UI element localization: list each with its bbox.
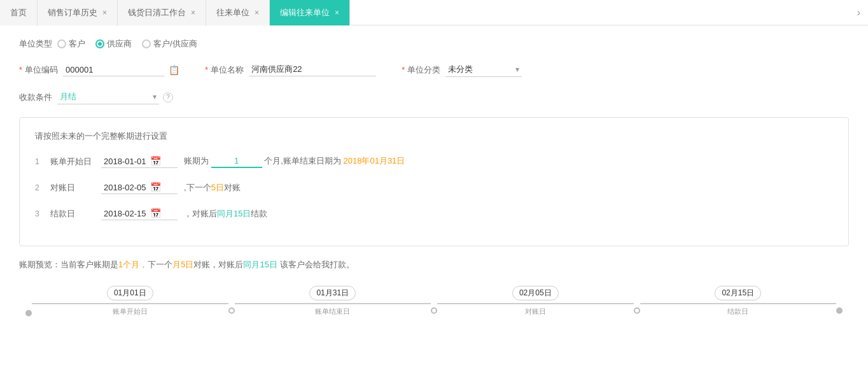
- unit-code-required: *: [19, 65, 22, 74]
- payment-terms-value: 月结: [60, 91, 150, 102]
- tab-home[interactable]: 首页: [0, 0, 38, 25]
- period-settings-panel: 请按照未来的一个完整帐期进行设置 1 账单开始日 2018-01-01 📅 账期…: [19, 117, 849, 246]
- close-sales-history[interactable]: ×: [102, 8, 107, 17]
- timeline-badge-1: 01月01日: [107, 286, 153, 300]
- radio-circle-supplier: [95, 39, 104, 48]
- timeline-label-4: 结款日: [727, 307, 748, 316]
- unit-code-label: 单位编码: [25, 64, 58, 76]
- unit-category-select[interactable]: 未分类 ▾: [445, 62, 522, 77]
- category-dropdown-icon: ▾: [515, 65, 519, 74]
- unit-category-label: 单位分类: [407, 64, 440, 76]
- close-edit-partner[interactable]: ×: [335, 8, 339, 17]
- period-note-3: ，对账后同月15日结款: [184, 208, 267, 220]
- period-note-1: 账期为 个月,账单结束日期为 2018年01月31日: [184, 155, 405, 168]
- payment-terms-select[interactable]: 月结 ▾: [57, 90, 159, 104]
- timeline-label-1: 账单开始日: [113, 307, 148, 316]
- timeline-start-dot: [25, 310, 32, 316]
- tab-bar: 首页 销售订单历史 × 钱货日清工作台 × 往来单位 × 编辑往来单位 × ›: [0, 0, 868, 25]
- tab-expand-icon[interactable]: ›: [850, 7, 868, 18]
- tab-edit-partner[interactable]: 编辑往来单位 ×: [270, 0, 350, 25]
- unit-name-field: * 单位名称: [205, 64, 376, 76]
- unit-type-field: 单位类型 客户 供应商 客户/供应商: [19, 38, 197, 50]
- unit-category-value: 未分类: [448, 64, 513, 75]
- close-partner-units[interactable]: ×: [255, 8, 259, 17]
- timeline-container: 01月01日 账单开始日 01月31日 账单结束日: [19, 286, 849, 316]
- payment-terms-help-icon[interactable]: ?: [163, 92, 173, 102]
- period-label-1: 账单开始日: [50, 156, 101, 167]
- timeline-badge-2: 01月31日: [309, 286, 356, 300]
- period-num-2: 2: [35, 183, 50, 192]
- period-date-2: 2018-02-05 📅: [101, 181, 178, 194]
- unit-code-field: * 单位编码 📋: [19, 64, 179, 76]
- unit-details-row: * 单位编码 📋 * 单位名称 * 单位分类 未分类 ▾: [19, 62, 849, 77]
- period-num-1: 1: [35, 157, 50, 166]
- radio-circle-customer: [57, 39, 66, 48]
- tab-partner-units[interactable]: 往来单位 ×: [206, 0, 270, 25]
- radio-label-both: 客户/供应商: [153, 38, 197, 50]
- payment-terms-label: 收款条件: [19, 92, 52, 103]
- tab-cashier-workbench[interactable]: 钱货日清工作台 ×: [118, 0, 206, 25]
- radio-circle-both: [142, 39, 151, 48]
- period-label-2: 对账日: [50, 182, 101, 194]
- unit-name-label: 单位名称: [211, 64, 244, 76]
- period-date-1: 2018-01-01 📅: [101, 155, 178, 168]
- period-date-val-2: 2018-02-05: [104, 183, 146, 192]
- month-input[interactable]: [211, 155, 262, 168]
- period-row-3: 3 结款日 2018-02-15 📅 ，对账后同月15日结款: [35, 207, 833, 220]
- unit-name-required: *: [205, 65, 208, 74]
- payment-terms-field: 收款条件 月结 ▾ ?: [19, 90, 173, 104]
- tab-sales-history[interactable]: 销售订单历史 ×: [38, 0, 118, 25]
- timeline-node-2: [431, 307, 437, 314]
- period-row-1: 1 账单开始日 2018-01-01 📅 账期为 个月,账单结束日期为 2018…: [35, 155, 833, 168]
- unit-name-input[interactable]: [249, 64, 376, 76]
- account-preview: 账期预览：当前客户账期是1个月，下一个月5日对账，对账后同月15日 该客户会给我…: [19, 259, 849, 271]
- timeline-node-3: [634, 307, 640, 314]
- period-label-3: 结款日: [50, 208, 101, 220]
- radio-label-customer: 客户: [69, 38, 85, 50]
- period-row-2: 2 对账日 2018-02-05 📅 ,下一个5日对账: [35, 181, 833, 194]
- unit-category-required: *: [402, 65, 405, 74]
- period-date-val-3: 2018-02-15: [104, 209, 146, 218]
- period-note-2: ,下一个5日对账: [184, 182, 241, 194]
- radio-supplier[interactable]: 供应商: [95, 38, 132, 50]
- period-num-3: 3: [35, 209, 50, 218]
- unit-type-row: 单位类型 客户 供应商 客户/供应商: [19, 38, 849, 50]
- unit-code-copy-icon[interactable]: 📋: [169, 65, 179, 75]
- timeline-badge-3: 02月05日: [512, 286, 559, 300]
- unit-code-input[interactable]: [63, 64, 165, 76]
- unit-category-field: * 单位分类 未分类 ▾: [402, 62, 522, 77]
- timeline-badge-4: 02月15日: [715, 286, 761, 300]
- timeline-node-1: [228, 307, 235, 314]
- radio-both[interactable]: 客户/供应商: [142, 38, 197, 50]
- unit-type-radio-group: 客户 供应商 客户/供应商: [57, 38, 197, 50]
- radio-customer[interactable]: 客户: [57, 38, 85, 50]
- main-content: 单位类型 客户 供应商 客户/供应商 * 单位编码: [0, 25, 868, 387]
- period-cal-icon-1[interactable]: 📅: [150, 156, 161, 166]
- payment-terms-dropdown-icon: ▾: [153, 92, 157, 101]
- timeline-label-3: 对账日: [525, 307, 546, 316]
- unit-type-label: 单位类型: [19, 38, 52, 50]
- panel-instruction: 请按照未来的一个完整帐期进行设置: [35, 130, 833, 142]
- period-date-3: 2018-02-15 📅: [101, 207, 178, 220]
- period-date-end-highlight: 2018年01月31日: [344, 156, 405, 165]
- close-cashier-workbench[interactable]: ×: [191, 8, 195, 17]
- period-cal-icon-2[interactable]: 📅: [150, 182, 161, 192]
- timeline-label-2: 账单结束日: [315, 307, 350, 316]
- period-cal-icon-3[interactable]: 📅: [150, 208, 161, 218]
- timeline-end-dot: [836, 307, 843, 314]
- period-date-val-1: 2018-01-01: [104, 157, 146, 166]
- radio-label-supplier: 供应商: [107, 38, 132, 50]
- payment-terms-row: 收款条件 月结 ▾ ?: [19, 90, 849, 104]
